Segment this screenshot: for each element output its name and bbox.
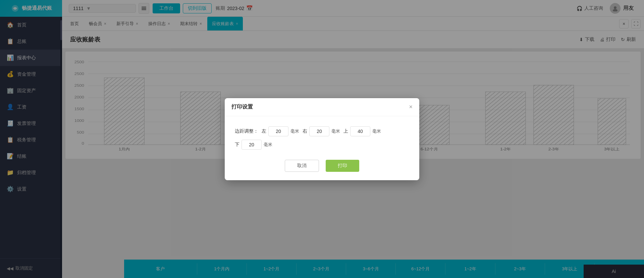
margin-left-label: 左 — [262, 128, 266, 134]
margin-top-unit: 毫米 — [372, 128, 381, 134]
margin-bottom-label: 下 — [235, 142, 239, 148]
margin-right-group: 右 毫米 — [303, 126, 340, 136]
margin-bottom-unit: 毫米 — [264, 142, 272, 148]
dialog-overlay[interactable]: 打印设置 × 边距调整： 左 毫米 右 毫米 上 毫米 — [0, 0, 644, 278]
confirm-print-button[interactable]: 打印 — [326, 160, 359, 172]
dialog-footer: 取消 打印 — [225, 156, 419, 180]
margin-bottom-input[interactable] — [241, 140, 262, 150]
margin-right-input[interactable] — [309, 126, 329, 136]
margin-top-label: 上 — [343, 128, 348, 134]
margin-top-group: 上 毫米 — [343, 126, 381, 136]
dialog-close-btn[interactable]: × — [409, 104, 413, 110]
margin-row: 边距调整： 左 毫米 右 毫米 上 毫米 下 — [235, 126, 409, 150]
cancel-button[interactable]: 取消 — [285, 160, 319, 172]
margin-left-group: 左 毫米 — [262, 126, 299, 136]
margin-left-unit: 毫米 — [290, 128, 299, 134]
margin-adjust-label: 边距调整： — [235, 128, 258, 134]
margin-top-input[interactable] — [350, 126, 370, 136]
dialog-header: 打印设置 × — [225, 98, 419, 116]
margin-right-label: 右 — [303, 128, 307, 134]
margin-left-input[interactable] — [268, 126, 288, 136]
print-settings-dialog: 打印设置 × 边距调整： 左 毫米 右 毫米 上 毫米 — [225, 98, 419, 180]
margin-bottom-group: 下 毫米 — [235, 140, 272, 150]
dialog-body: 边距调整： 左 毫米 右 毫米 上 毫米 下 — [225, 116, 419, 156]
dialog-title: 打印设置 — [231, 103, 253, 111]
margin-right-unit: 毫米 — [331, 128, 340, 134]
